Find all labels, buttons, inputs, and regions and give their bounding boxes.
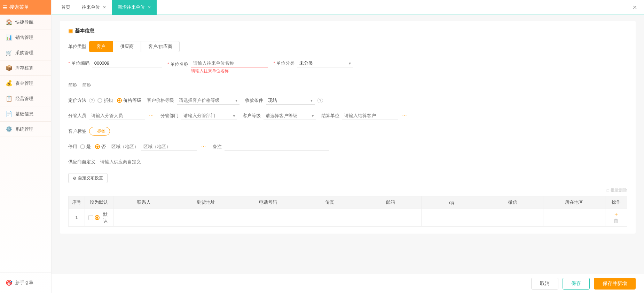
col-seq: 序号 bbox=[69, 196, 85, 209]
custom-settings-button[interactable]: ⚙ 自定义项设置 bbox=[68, 173, 108, 183]
save-button[interactable]: 保存 bbox=[563, 278, 590, 290]
manager-row: 分管人员 ··· 分管部门 ▼ 客户等级 ▼ bbox=[68, 112, 627, 120]
code-name-row: 单位编码 单位名称 请输入往来单位名称 单位分类 ▼ bbox=[68, 59, 627, 74]
unit-type-group: 单位类型 客户 供应商 客户/供应商 bbox=[68, 41, 180, 52]
doc-icon: 📄 bbox=[6, 111, 13, 117]
customer-price-input[interactable] bbox=[177, 96, 239, 105]
email-input[interactable] bbox=[364, 215, 418, 220]
settlement-unit-input[interactable] bbox=[342, 112, 398, 120]
disabled-no-circle bbox=[95, 144, 100, 149]
pricing-grade-radio[interactable]: 价格等级 bbox=[117, 97, 141, 104]
type-btn-both[interactable]: 客户/供应商 bbox=[141, 41, 180, 52]
type-btn-supplier[interactable]: 供应商 bbox=[113, 41, 141, 52]
type-btn-customer[interactable]: 客户 bbox=[89, 41, 113, 52]
bottom-bar: 取消 保存 保存并新增 bbox=[52, 274, 644, 293]
table-header: 序号 设为默认 联系人 到货地址 电话号码 传真 邮箱 qq 微信 所在地区 操… bbox=[69, 196, 627, 209]
row-add-button[interactable]: ＋ bbox=[613, 211, 620, 217]
row-checkbox[interactable] bbox=[88, 215, 93, 220]
manager-more-button[interactable]: ··· bbox=[148, 113, 155, 119]
contact-input[interactable] bbox=[117, 215, 171, 220]
fax-input[interactable] bbox=[303, 215, 356, 220]
department-group: 分管部门 ▼ bbox=[160, 112, 237, 120]
customer-level-select-wrap: ▼ bbox=[264, 112, 316, 120]
guide-icon: 🎯 bbox=[6, 279, 13, 286]
remark-group: 备注 bbox=[213, 143, 329, 151]
cell-region[interactable] bbox=[543, 209, 605, 227]
manager-input[interactable] bbox=[89, 112, 145, 120]
default-radio[interactable]: 默认 bbox=[95, 211, 110, 224]
cell-email[interactable] bbox=[360, 209, 422, 227]
customer-level-label: 客户等级 bbox=[243, 113, 261, 119]
pricing-group: 定价方法 ? 折扣 价格等级 bbox=[68, 97, 141, 104]
pricing-help-icon[interactable]: ? bbox=[89, 98, 95, 103]
cancel-button[interactable]: 取消 bbox=[531, 278, 558, 290]
col-region: 所在地区 bbox=[543, 196, 605, 209]
cell-phone[interactable] bbox=[237, 209, 299, 227]
unit-category-select-wrap: ▼ bbox=[297, 59, 353, 67]
region-input[interactable] bbox=[141, 143, 197, 151]
payment-terms-input[interactable] bbox=[266, 96, 315, 105]
pricing-discount-radio[interactable]: 折扣 bbox=[97, 97, 113, 104]
unit-code-input[interactable] bbox=[92, 59, 162, 67]
table-region-input[interactable] bbox=[547, 215, 602, 220]
address-input[interactable] bbox=[179, 215, 233, 220]
sidebar-item-quick-nav[interactable]: 🏠 快捷导航 bbox=[0, 15, 51, 30]
cell-seq: 1 bbox=[69, 209, 85, 227]
phone-input[interactable] bbox=[241, 215, 295, 220]
sidebar-item-finance[interactable]: 💰 资金管理 bbox=[0, 76, 51, 91]
unit-name-input[interactable] bbox=[191, 59, 268, 67]
col-action: 操作 bbox=[605, 196, 627, 209]
add-tag-button[interactable]: + 标签 bbox=[89, 127, 110, 136]
sidebar-item-purchase[interactable]: 🛒 采购管理 bbox=[0, 45, 51, 60]
cart-icon: 🛒 bbox=[6, 49, 13, 56]
remark-input[interactable] bbox=[225, 143, 329, 151]
global-close-button[interactable]: ✕ bbox=[630, 4, 640, 11]
unit-name-field: 请输入往来单位名称 bbox=[191, 59, 268, 74]
cell-address[interactable] bbox=[175, 209, 237, 227]
sidebar-item-guide[interactable]: 🎯 新手引导 bbox=[0, 275, 51, 290]
disabled-yes-radio[interactable]: 是 bbox=[80, 144, 91, 150]
table-row: 1 默认 bbox=[69, 209, 627, 227]
search-menu-button[interactable]: ☰ 搜索菜单 bbox=[0, 0, 51, 15]
customer-price-group: 客户价格等级 ▼ bbox=[147, 96, 239, 105]
sidebar-item-inventory[interactable]: 📦 库存核算 bbox=[0, 60, 51, 76]
sidebar-item-system[interactable]: ⚙️ 系统管理 bbox=[0, 122, 51, 137]
disabled-no-radio[interactable]: 否 bbox=[95, 144, 106, 150]
sidebar-item-operations[interactable]: 📋 经营管理 bbox=[0, 91, 51, 106]
col-default: 设为默认 bbox=[85, 196, 113, 209]
tab-new-contact-close[interactable]: ✕ bbox=[148, 5, 151, 10]
settlement-unit-group: 结算单位 ··· bbox=[321, 112, 408, 120]
sidebar-item-basic-info[interactable]: 📄 基础信息 bbox=[0, 106, 51, 122]
customer-price-label: 客户价格等级 bbox=[147, 97, 174, 104]
customer-level-input[interactable] bbox=[264, 112, 316, 120]
wechat-input[interactable] bbox=[486, 215, 540, 220]
settlement-more-button[interactable]: ··· bbox=[401, 113, 408, 119]
cell-contact[interactable] bbox=[113, 209, 175, 227]
payment-terms-label: 收款条件 bbox=[245, 97, 263, 104]
save-new-button[interactable]: 保存并新增 bbox=[594, 278, 636, 290]
basic-info-card: ▣ 基本信息 单位类型 客户 供应商 客户/供应商 单位编码 bbox=[60, 21, 636, 234]
unit-category-input[interactable] bbox=[297, 59, 353, 67]
tab-new-contact[interactable]: 新增往来单位 ✕ bbox=[112, 0, 157, 15]
tab-contacts-close[interactable]: ✕ bbox=[103, 5, 106, 10]
short-name-group: 简称 bbox=[68, 81, 150, 89]
cell-fax[interactable] bbox=[299, 209, 360, 227]
region-more-button[interactable]: ··· bbox=[200, 144, 207, 150]
qq-input[interactable] bbox=[425, 215, 478, 220]
short-name-input[interactable] bbox=[80, 81, 150, 89]
tab-bar: 首页 往来单位 ✕ 新增往来单位 ✕ ✕ bbox=[52, 0, 644, 15]
gear-icon: ⚙️ bbox=[6, 126, 13, 132]
cell-qq[interactable] bbox=[421, 209, 482, 227]
supplier-custom-input[interactable] bbox=[98, 158, 168, 166]
row-delete-button[interactable]: 🗑 bbox=[613, 218, 620, 224]
sidebar-item-sales[interactable]: 📊 销售管理 bbox=[0, 30, 51, 45]
department-input[interactable] bbox=[181, 112, 237, 120]
customer-level-group: 客户等级 ▼ bbox=[243, 112, 316, 120]
money-icon: 💰 bbox=[6, 80, 13, 87]
cell-wechat[interactable] bbox=[482, 209, 543, 227]
sidebar: ☰ 搜索菜单 🏠 快捷导航 📊 销售管理 🛒 采购管理 📦 库存核算 💰 资金管… bbox=[0, 0, 52, 293]
tab-home[interactable]: 首页 bbox=[56, 0, 76, 15]
batch-delete-label[interactable]: 批量删除 bbox=[611, 187, 627, 193]
payment-help-icon[interactable]: ? bbox=[317, 98, 323, 103]
tab-contacts[interactable]: 往来单位 ✕ bbox=[76, 0, 112, 15]
